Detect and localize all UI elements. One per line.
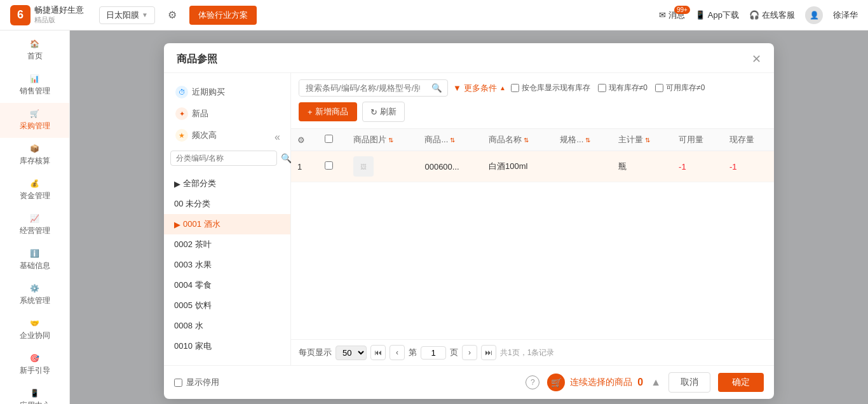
row-stock: -1: [723, 151, 774, 182]
sidebar-item-finance[interactable]: 💰 资金管理: [0, 173, 69, 208]
prev-page-button[interactable]: ‹: [390, 345, 405, 360]
select-all-checkbox[interactable]: [325, 135, 333, 143]
collapse-cart-icon[interactable]: ▲: [651, 377, 661, 388]
inventory-icon: 📦: [30, 144, 39, 153]
refresh-button[interactable]: ↻ 刷新: [362, 102, 405, 122]
checkbox-available-stock-input[interactable]: [655, 84, 663, 92]
cat-water[interactable]: 0008 水: [164, 316, 290, 336]
logo-icon: 6: [10, 5, 31, 25]
add-product-label: 新增商品: [315, 106, 348, 118]
sidebar-item-collab[interactable]: 🤝 企业协同: [0, 313, 69, 347]
sidebar-item-basic-info[interactable]: ℹ️ 基础信息: [0, 243, 69, 278]
cat-unclassified-label: 00 未分类: [174, 198, 210, 210]
cat-unclassified[interactable]: 00 未分类: [164, 194, 290, 214]
th-available-label: 可用量: [679, 134, 703, 145]
row-select-checkbox[interactable]: [325, 161, 333, 170]
logo-line2: 精品版: [34, 15, 84, 25]
chevron-down-icon: ▼: [142, 11, 148, 18]
tab-new-item[interactable]: ✦ 新品: [169, 104, 269, 124]
row-unit: 瓶: [612, 151, 672, 182]
guide-icon: 🎯: [30, 354, 39, 363]
app-download-button[interactable]: 📱 App下载: [695, 10, 739, 21]
sort-unit-icon: ⇅: [645, 137, 650, 144]
sidebar-item-apps[interactable]: 📱 应用中心: [0, 382, 69, 404]
row-img: 🖼: [347, 151, 418, 182]
left-panel-collapse-button[interactable]: «: [269, 129, 285, 145]
sort-spec-icon: ⇅: [585, 137, 590, 144]
show-disabled-checkbox[interactable]: [174, 379, 182, 387]
cat-tea[interactable]: 0002 茶叶: [164, 234, 290, 255]
th-checkbox: [318, 129, 347, 151]
tab-frequent[interactable]: ★ 频次高: [169, 125, 269, 145]
app-download-label: App下载: [708, 10, 739, 21]
first-page-button[interactable]: ⏮: [370, 345, 386, 360]
help-icon[interactable]: ?: [526, 375, 539, 389]
th-img-label: 商品图片: [353, 134, 386, 145]
checkbox-current-stock-input[interactable]: [598, 84, 606, 92]
sidebar-item-guide[interactable]: 🎯 新手引导: [0, 347, 69, 382]
checkbox-warehouse[interactable]: 按仓库显示现有库存: [511, 83, 590, 93]
category-search-icon[interactable]: 🔍: [281, 153, 292, 163]
checkbox-warehouse-label: 按仓库显示现有库存: [522, 83, 590, 93]
basic-info-icon: ℹ️: [30, 249, 39, 258]
cat-fruit[interactable]: 0003 水果: [164, 255, 290, 275]
sidebar-item-purchase[interactable]: 🛒 采购管理: [0, 103, 69, 138]
cat-all-label: 全部分类: [183, 178, 216, 189]
filter-chevron-icon: ▲: [499, 84, 506, 91]
checkbox-warehouse-input[interactable]: [511, 84, 519, 92]
sidebar-item-inventory[interactable]: 📦 库存核算: [0, 138, 69, 173]
sidebar: 🏠 首页 📊 销售管理 🛒 采购管理 📦 库存核算 💰 资金管理 📈 经营管理 …: [0, 30, 70, 404]
show-disabled-label: 显示停用: [186, 377, 219, 388]
product-search-input[interactable]: [299, 80, 426, 96]
table-row[interactable]: 1 🖼 000600... 白酒100ml 瓶: [291, 151, 774, 182]
next-page-button[interactable]: ›: [462, 345, 477, 360]
online-service-button[interactable]: 🎧 在线客服: [749, 10, 795, 21]
logo: 6 畅捷通好生意 精品版: [10, 5, 84, 25]
per-page-select[interactable]: 50: [336, 346, 367, 360]
message-icon: ✉: [659, 10, 666, 20]
modal-close-button[interactable]: ✕: [752, 52, 761, 66]
frequent-icon: ★: [175, 129, 188, 142]
sidebar-item-operations[interactable]: 📈 经营管理: [0, 208, 69, 243]
cat-liquor-label: 0001 酒水: [183, 219, 220, 230]
messages-button[interactable]: ✉ 消息 99+: [659, 10, 685, 21]
cancel-button[interactable]: 取消: [668, 372, 710, 393]
product-search-button[interactable]: 🔍: [426, 80, 447, 96]
confirm-button[interactable]: 确定: [718, 373, 764, 392]
filter-label: 更多条件: [464, 83, 497, 94]
checkbox-available-stock[interactable]: 可用库存≠0: [655, 83, 705, 93]
cat-liquor[interactable]: ▶ 0001 酒水: [164, 214, 290, 234]
table-header-row: ⚙ 商品图片 ⇅: [291, 129, 774, 151]
add-product-button[interactable]: + 新增商品: [299, 102, 357, 121]
more-filter-button[interactable]: ▼ 更多条件 ▲: [453, 83, 506, 94]
headset-icon: 🎧: [749, 10, 759, 20]
sidebar-item-sales[interactable]: 📊 销售管理: [0, 68, 69, 103]
sidebar-item-system[interactable]: ⚙️ 系统管理: [0, 278, 69, 313]
settings-icon[interactable]: ⚙: [163, 6, 182, 25]
workspace-name: 日太阳膜: [106, 10, 139, 21]
cat-snack[interactable]: 0004 零食: [164, 275, 290, 295]
sidebar-label-guide: 新手引导: [20, 365, 50, 376]
tab-new-item-label: 新品: [192, 108, 208, 119]
toolbar: 🔍 ▼ 更多条件 ▲ 按仓库显示现有库存: [291, 73, 774, 129]
row-checkbox[interactable]: [318, 151, 347, 182]
home-icon: 🏠: [30, 39, 39, 48]
workspace-selector[interactable]: 日太阳膜 ▼: [99, 6, 155, 24]
sidebar-item-home[interactable]: 🏠 首页: [0, 33, 69, 68]
checkbox-current-stock[interactable]: 现有库存≠0: [598, 83, 648, 93]
page-number-input[interactable]: [421, 346, 446, 360]
sidebar-label-operations: 经营管理: [20, 226, 50, 236]
online-service-label: 在线客服: [762, 10, 795, 21]
tab-recent[interactable]: ⏱ 近期购买: [169, 82, 269, 102]
th-settings[interactable]: ⚙: [291, 129, 318, 151]
checkbox-available-stock-label: 可用库存≠0: [666, 83, 705, 93]
checkbox-group: 按仓库显示现有库存 现有库存≠0 可用库存≠0: [511, 83, 705, 93]
last-page-button[interactable]: ⏭: [481, 345, 496, 360]
row-spec: [553, 151, 612, 182]
trial-button[interactable]: 体验行业方案: [189, 6, 257, 25]
category-search-input[interactable]: [170, 151, 277, 166]
cat-all[interactable]: ▶ 全部分类: [164, 173, 290, 194]
cat-beverage[interactable]: 0005 饮料: [164, 295, 290, 316]
cat-appliance[interactable]: 0010 家电: [164, 336, 290, 356]
refresh-icon: ↻: [370, 107, 377, 117]
